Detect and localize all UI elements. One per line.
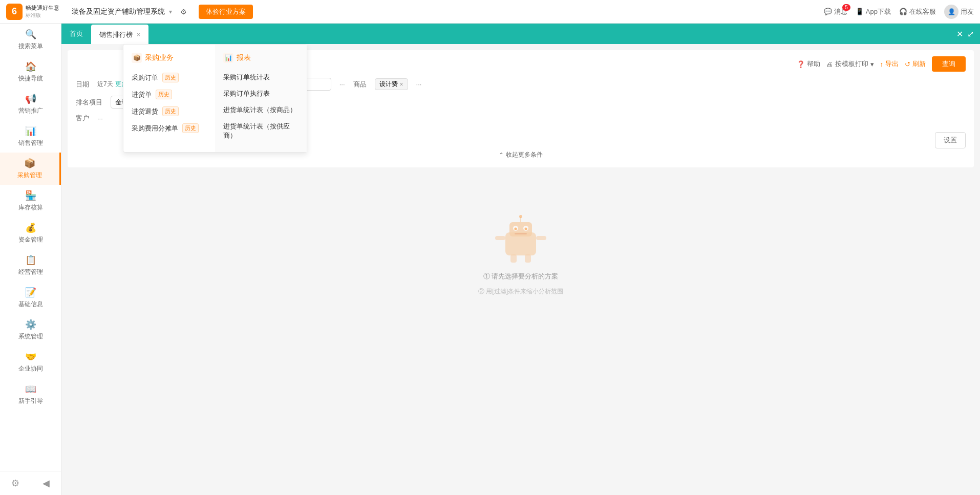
menu-item-instock-by-goods[interactable]: 进货单统计表（按商品） [223, 102, 299, 118]
report-menu-title: 📊 报表 [223, 53, 299, 63]
purchase-menu-title: 📦 采购业务 [132, 53, 207, 63]
print-arrow-icon: ▾ [870, 60, 874, 68]
main-layout: 🔍 搜索菜单 🏠 快捷导航 📢 营销推广 📊 销售管理 📦 采购管理 🏪 库存核… [0, 24, 980, 495]
search-icon: 🔍 [25, 29, 36, 40]
history-tag-1[interactable]: 历史 [162, 73, 179, 82]
message-badge: 5 [842, 4, 850, 11]
svg-point-5 [525, 228, 527, 230]
empty-text-1: ① 请先选择要分析的方案 [483, 272, 559, 281]
megaphone-icon: 📢 [25, 93, 36, 104]
tab-bar: 首页 销售排行榜 × ✕ ⤢ [61, 24, 980, 44]
purchase-icon: 📦 [132, 53, 142, 63]
menu-item-expense[interactable]: 采购费用分摊单 历史 [132, 120, 207, 137]
note-icon: 📝 [25, 287, 36, 298]
rank-label: 排名项目 [76, 98, 102, 107]
phone-icon: 📱 [856, 8, 864, 15]
help-button[interactable]: ❓ 帮助 [797, 59, 820, 69]
sidebar-item-guide[interactable]: 📖 新手引导 [0, 378, 61, 411]
dropdown-menu: 📦 采购业务 采购订单 历史 进货单 历史 进货退货 [123, 44, 307, 153]
money-icon: 💰 [25, 222, 36, 233]
export-button[interactable]: ↑ 导出 [880, 59, 899, 69]
headset-icon: 🎧 [899, 8, 907, 15]
svg-rect-9 [510, 254, 517, 263]
collapse-up-icon: ⌃ [499, 152, 504, 159]
date-range-hint: 近7天 [97, 80, 113, 89]
empty-illustration [490, 214, 551, 266]
sidebar-item-purchase[interactable]: 📦 采购管理 [0, 153, 61, 185]
logo-text: 畅捷通好生意 [26, 4, 59, 11]
gear-sidebar-icon: ⚙️ [25, 319, 36, 330]
logo-area: 6 畅捷通好生意 标准版 [6, 4, 68, 20]
top-bar: 6 畅捷通好生意 标准版 装备及固定资产辅助管理系统 ▾ ⚙ 体验行业方案 💬 … [0, 0, 980, 24]
tab-bar-right: ✕ ⤢ [956, 29, 980, 39]
svg-point-4 [515, 228, 517, 230]
history-tag-4[interactable]: 历史 [182, 123, 199, 133]
svg-rect-7 [495, 236, 505, 240]
purchase-menu-col: 📦 采购业务 采购订单 历史 进货单 历史 进货退货 [123, 45, 215, 152]
sidebar-item-basic-info[interactable]: 📝 基础信息 [0, 282, 61, 314]
sidebar-item-quick-nav[interactable]: 🏠 快捷导航 [0, 56, 61, 88]
customer-dots[interactable]: ··· [97, 115, 103, 122]
sidebar-item-sales[interactable]: 📊 销售管理 [0, 120, 61, 153]
sidebar-item-search[interactable]: 🔍 搜索菜单 [0, 24, 61, 56]
user-menu[interactable]: 👤 用友 [944, 5, 974, 19]
tab-home[interactable]: 首页 [61, 24, 91, 44]
tab-sales-ranking[interactable]: 销售排行榜 × [91, 25, 148, 45]
top-bar-right: 💬 消息 5 📱 App下载 🎧 在线客服 👤 用友 [824, 5, 974, 19]
content-area: 首页 销售排行榜 × ✕ ⤢ ❓ 帮助 [61, 24, 980, 495]
menu-item-return[interactable]: 进货退货 历史 [132, 103, 207, 120]
logo-badge: 标准版 [26, 12, 59, 19]
store-icon: 🏪 [25, 190, 36, 201]
user-icon: 👤 [948, 8, 955, 15]
history-tag-2[interactable]: 历史 [156, 90, 172, 99]
message-icon: 💬 [824, 8, 832, 15]
menu-item-order-stat[interactable]: 采购订单统计表 [223, 69, 299, 85]
online-service-button[interactable]: 🎧 在线客服 [899, 7, 936, 16]
svg-rect-6 [515, 233, 527, 234]
sidebar-settings-button[interactable]: ⚙ [11, 478, 19, 489]
empty-state: ① 请先选择要分析的方案 ② 用[过滤]条件来缩小分析范围 [68, 174, 974, 337]
message-button[interactable]: 💬 消息 5 [824, 7, 847, 16]
sidebar-item-inventory[interactable]: 🏪 库存核算 [0, 185, 61, 217]
date-label: 日期 [76, 80, 89, 89]
status-more-dots[interactable]: ··· [339, 80, 345, 88]
sidebar: 🔍 搜索菜单 🏠 快捷导航 📢 营销推广 📊 销售管理 📦 采购管理 🏪 库存核… [0, 24, 61, 495]
tab-close-all-icon[interactable]: ✕ [956, 29, 963, 39]
query-button[interactable]: 查询 [932, 56, 966, 72]
box-icon: 📦 [24, 158, 35, 169]
refresh-button[interactable]: ↺ 刷新 [905, 59, 926, 69]
menu-item-instock-by-supplier[interactable]: 进货单统计表（按供应商） [223, 118, 299, 144]
customer-label: 客户 [76, 114, 89, 123]
goods-tag: 设计费 × [375, 78, 408, 90]
sidebar-collapse-button[interactable]: ◀ [42, 478, 50, 489]
export-icon: ↑ [880, 60, 884, 68]
robot-svg-icon [490, 214, 551, 266]
gear-button[interactable]: ⚙ [176, 5, 190, 19]
sidebar-item-capital[interactable]: 💰 资金管理 [0, 217, 61, 249]
history-tag-3[interactable]: 历史 [162, 106, 179, 116]
report-menu-col: 📊 报表 采购订单统计表 采购订单执行表 进货单统计表（按商品） [215, 45, 307, 152]
print-button[interactable]: 🖨 按模板打印 ▾ [826, 59, 874, 69]
title-arrow-icon[interactable]: ▾ [169, 8, 172, 15]
sidebar-item-operations[interactable]: 📋 经营管理 [0, 249, 61, 282]
menu-item-order-exec[interactable]: 采购订单执行表 [223, 85, 299, 102]
empty-text-2: ② 用[过滤]条件来缩小分析范围 [478, 287, 563, 296]
goods-more-dots[interactable]: ··· [416, 80, 422, 88]
clipboard-icon: 📋 [25, 254, 36, 266]
sidebar-item-marketing[interactable]: 📢 营销推广 [0, 88, 61, 120]
menu-item-purchase-order[interactable]: 采购订单 历史 [132, 69, 207, 86]
sidebar-bottom: ⚙ ◀ [0, 471, 61, 495]
logo-icon: 6 [6, 4, 23, 20]
goods-tag-close[interactable]: × [400, 81, 403, 88]
home-icon: 🏠 [25, 61, 36, 72]
setting-button[interactable]: 设置 [935, 132, 966, 148]
report-icon: 📊 [223, 53, 233, 63]
help-icon: ❓ [797, 60, 805, 68]
menu-item-instock[interactable]: 进货单 历史 [132, 86, 207, 103]
trial-button[interactable]: 体验行业方案 [199, 5, 253, 19]
tab-close-icon[interactable]: × [137, 31, 140, 38]
sidebar-item-system[interactable]: ⚙️ 系统管理 [0, 314, 61, 346]
sidebar-item-enterprise[interactable]: 🤝 企业协同 [0, 346, 61, 378]
app-download-button[interactable]: 📱 App下载 [856, 7, 891, 16]
tab-maximize-icon[interactable]: ⤢ [967, 29, 974, 39]
